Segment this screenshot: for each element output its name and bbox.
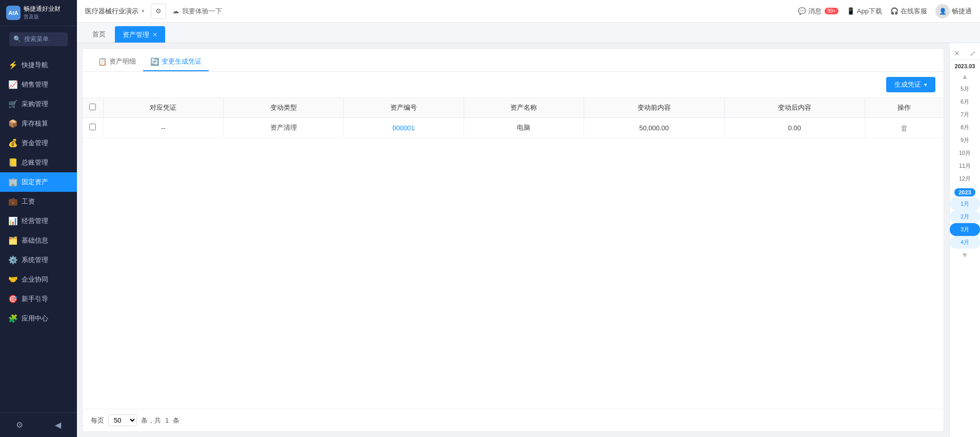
- sidebar-item-label: 快捷导航: [22, 61, 48, 70]
- header-right: 💬 消息 99+ 📱 App下载 🎧 在线客服 👤 畅捷通: [798, 4, 972, 18]
- sidebar-search[interactable]: 🔍 搜索菜单: [9, 32, 68, 46]
- search-icon: 🔍: [13, 35, 21, 43]
- sidebar-search-area[interactable]: 🔍 搜索菜单: [0, 26, 77, 52]
- timeline-year-2023: 2023: [954, 188, 975, 196]
- timeline-month-11[interactable]: 11月: [950, 160, 980, 172]
- th-asset-code: 资产编号: [344, 98, 464, 118]
- sidebar-item-label: 固定资产: [22, 177, 48, 187]
- right-panel-header: ✕ ⤢: [950, 47, 980, 60]
- user-name: 畅捷通: [952, 7, 972, 16]
- sidebar-item-appstore[interactable]: 🧩 应用中心: [0, 309, 77, 328]
- pagination-total: 1: [165, 416, 169, 424]
- sidebar-item-label: 新手引导: [22, 294, 48, 304]
- td-before-change: 50,000.00: [584, 118, 724, 138]
- change-voucher-icon: 🔄: [150, 57, 159, 66]
- timeline-month-2023-3[interactable]: 3月: [950, 223, 980, 236]
- sidebar-item-label: 基础信息: [22, 236, 48, 245]
- asset-table: 对应凭证 变动类型 资产编号 资产名称 变动前内容 变动后内容 操作: [83, 98, 944, 138]
- delete-row-button[interactable]: 🗑: [901, 124, 908, 132]
- sales-icon: 📈: [8, 80, 17, 89]
- timeline-month-12[interactable]: 12月: [950, 172, 980, 185]
- sidebar-item-payroll[interactable]: 💼 工资: [0, 192, 77, 211]
- company-selector[interactable]: 医疗器械行业演示 ▾: [85, 7, 145, 16]
- sub-tab-change-voucher[interactable]: 🔄 变更生成凭证: [143, 53, 209, 71]
- sidebar-item-basics[interactable]: 🗂️ 基础信息: [0, 231, 77, 250]
- sidebar-collapse-btn[interactable]: ◀: [53, 418, 63, 432]
- settings-button[interactable]: ⚙: [151, 4, 166, 19]
- timeline-month-5[interactable]: 5月: [950, 83, 980, 95]
- td-asset-code: 000001: [344, 118, 464, 138]
- sidebar-item-fixed-assets[interactable]: 🏢 固定资产: [0, 172, 77, 192]
- sidebar-item-ledger[interactable]: 📒 总账管理: [0, 153, 77, 172]
- th-asset-name: 资产名称: [464, 98, 584, 118]
- sub-tab-asset-detail[interactable]: 📋 资产明细: [91, 53, 143, 71]
- th-before-change: 变动前内容: [584, 98, 724, 118]
- timeline-scroll-up[interactable]: ▲: [959, 70, 971, 83]
- right-panel-expand-button[interactable]: ⤢: [970, 49, 976, 57]
- timeline-month-2023-4[interactable]: 4月: [950, 236, 980, 249]
- timeline-month-10[interactable]: 10月: [950, 147, 980, 160]
- sidebar-settings-btn[interactable]: ⚙: [14, 418, 25, 432]
- sidebar-item-operations[interactable]: 📊 经营管理: [0, 211, 77, 231]
- timeline-current-date: 2023.03: [955, 63, 975, 69]
- per-page-select[interactable]: 10 20 50 100: [108, 414, 137, 426]
- timeline-container: 2023.03 ▲ 5月 6月 7月 8月 9月 10月 11月 12月 202…: [950, 60, 980, 261]
- sidebar-item-funds[interactable]: 💰 资金管理: [0, 133, 77, 153]
- purchase-icon: 🛒: [8, 100, 17, 109]
- generate-voucher-label: 生成凭证: [894, 80, 921, 89]
- row-checkbox[interactable]: [89, 124, 96, 130]
- sidebar-item-label: 采购管理: [22, 100, 48, 109]
- sidebar-item-label: 库存核算: [22, 119, 48, 128]
- generate-voucher-button[interactable]: 生成凭证 ▾: [886, 77, 935, 92]
- sidebar-item-sales[interactable]: 📈 销售管理: [0, 75, 77, 94]
- guide-icon: 🎯: [8, 294, 17, 304]
- timeline-month-2023-2[interactable]: 2月: [950, 210, 980, 223]
- company-name: 医疗器械行业演示: [85, 7, 138, 16]
- sidebar-item-purchase[interactable]: 🛒 采购管理: [0, 94, 77, 114]
- logo-title: 畅捷通好业财: [24, 5, 61, 13]
- td-change-type: 资产清理: [223, 118, 343, 138]
- select-all-checkbox[interactable]: [89, 104, 96, 110]
- top-header: 医疗器械行业演示 ▾ ⚙ ☁ 我要体验一下 💬 消息 99+ 📱 App下载 🎧…: [77, 0, 980, 23]
- sidebar-item-label: 总账管理: [22, 158, 48, 167]
- timeline-month-9[interactable]: 9月: [950, 134, 980, 147]
- experience-button[interactable]: ☁ 我要体验一下: [172, 7, 222, 16]
- table-header-row: 对应凭证 变动类型 资产编号 资产名称 变动前内容 变动后内容 操作: [83, 98, 944, 118]
- message-button[interactable]: 💬 消息 99+: [798, 7, 838, 16]
- company-chevron-icon: ▾: [142, 8, 145, 14]
- data-table: 对应凭证 变动类型 资产编号 资产名称 变动前内容 变动后内容 操作: [83, 98, 944, 409]
- timeline-month-8[interactable]: 8月: [950, 121, 980, 134]
- tab-asset-mgmt[interactable]: 资产管理 ✕: [115, 26, 165, 43]
- td-checkbox: [83, 118, 103, 138]
- sidebar-item-guide[interactable]: 🎯 新手引导: [0, 289, 77, 309]
- timeline-month-7[interactable]: 7月: [950, 108, 980, 121]
- sidebar-item-system[interactable]: ⚙️ 系统管理: [0, 250, 77, 270]
- sidebar-footer: ⚙ ◀: [0, 412, 77, 437]
- app-download-icon: 📱: [847, 7, 855, 15]
- ledger-icon: 📒: [8, 158, 17, 167]
- timeline-scroll-down[interactable]: ▼: [959, 249, 971, 261]
- appstore-icon: 🧩: [8, 314, 17, 323]
- tab-home-label: 首页: [92, 30, 106, 39]
- app-download-button[interactable]: 📱 App下载: [847, 7, 882, 16]
- quick-nav-icon: ⚡: [8, 61, 17, 70]
- sidebar-item-inventory[interactable]: 📦 库存核算: [0, 114, 77, 133]
- sidebar-item-quick-nav[interactable]: ⚡ 快捷导航: [0, 55, 77, 75]
- experience-icon: ☁: [172, 7, 179, 15]
- table-row: -- 资产清理 000001 电脑 50,000.00 0.00 🗑: [83, 118, 944, 138]
- sidebar-item-label: 资金管理: [22, 138, 48, 148]
- user-avatar: 👤: [935, 4, 950, 18]
- customer-service-label: 在线客服: [901, 7, 927, 16]
- user-profile-button[interactable]: 👤 畅捷通: [935, 4, 972, 18]
- funds-icon: 💰: [8, 138, 17, 148]
- timeline-month-2023-1[interactable]: 1月: [950, 197, 980, 210]
- tab-close-icon[interactable]: ✕: [152, 31, 157, 38]
- right-panel-close-button[interactable]: ✕: [954, 49, 960, 57]
- tab-home[interactable]: 首页: [85, 26, 113, 43]
- customer-service-button[interactable]: 🎧 在线客服: [890, 7, 927, 16]
- timeline-month-6[interactable]: 6月: [950, 95, 980, 108]
- settings-icon: ⚙: [155, 7, 162, 15]
- th-change-type: 变动类型: [223, 98, 343, 118]
- td-asset-name: 电脑: [464, 118, 584, 138]
- sidebar-item-enterprise[interactable]: 🤝 企业协同: [0, 270, 77, 289]
